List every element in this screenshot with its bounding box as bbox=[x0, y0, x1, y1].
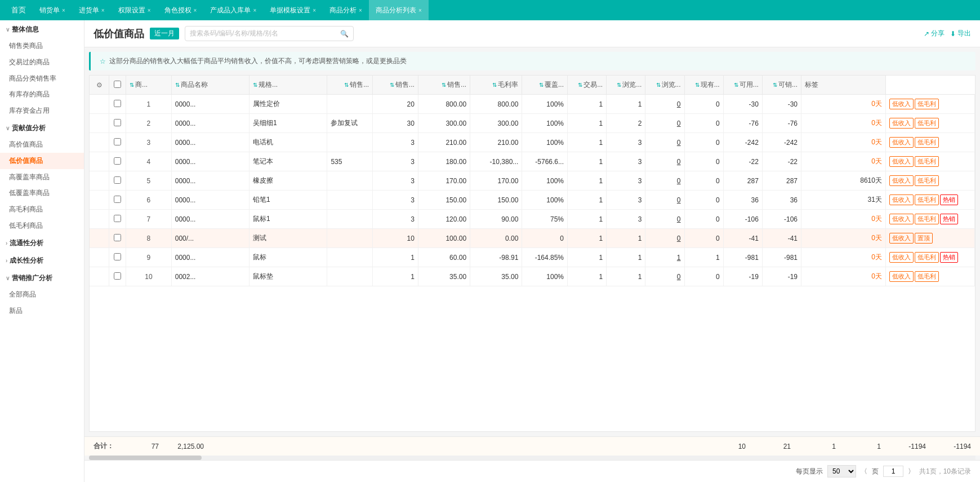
browse1-value[interactable]: 0 bbox=[677, 215, 681, 223]
sidebar-item-high-value[interactable]: 高价值商品 bbox=[0, 136, 84, 153]
select-all-checkbox[interactable] bbox=[114, 81, 121, 88]
nav-template[interactable]: 单据模板设置 × bbox=[263, 0, 323, 20]
sidebar-item-sales-products[interactable]: 销售类商品 bbox=[0, 38, 84, 54]
date-filter[interactable]: 近一月 bbox=[150, 28, 179, 39]
row-gear[interactable] bbox=[90, 248, 109, 267]
row-checkbox[interactable] bbox=[114, 100, 121, 107]
row-checkbox-cell[interactable] bbox=[109, 152, 126, 171]
sidebar-item-low-margin[interactable]: 低毛利商品 bbox=[0, 218, 84, 234]
browse1-value[interactable]: 0 bbox=[677, 120, 681, 127]
nav-product-analysis[interactable]: 商品分析 × bbox=[323, 0, 369, 20]
row-gear[interactable] bbox=[90, 95, 109, 114]
browse1-value[interactable]: 0 bbox=[677, 196, 681, 204]
row-checkbox[interactable] bbox=[114, 196, 121, 203]
row-checkbox[interactable] bbox=[114, 272, 121, 280]
row-days: 31天 bbox=[801, 191, 886, 210]
browse1-value[interactable]: 0 bbox=[677, 139, 681, 147]
sidebar-item-traded[interactable]: 交易过的商品 bbox=[0, 54, 84, 70]
row-gear[interactable] bbox=[90, 133, 109, 152]
row-checkbox[interactable] bbox=[114, 215, 121, 222]
sidebar-group-overall[interactable]: ∨ 整体信息 bbox=[0, 20, 84, 38]
row-gear[interactable] bbox=[90, 152, 109, 171]
next-page-button[interactable]: 〉 bbox=[908, 467, 915, 476]
col-checkbox-all[interactable] bbox=[109, 76, 126, 95]
row-checkbox[interactable] bbox=[114, 138, 121, 145]
scrollbar-thumb[interactable] bbox=[89, 456, 202, 460]
page-word: 页 bbox=[872, 467, 879, 476]
sidebar-group-growth[interactable]: › 成长性分析 bbox=[0, 251, 84, 269]
row-checkbox[interactable] bbox=[114, 253, 121, 260]
nav-sales-order[interactable]: 销货单 × bbox=[33, 0, 72, 20]
row-gear[interactable] bbox=[90, 267, 109, 286]
row-checkbox-cell[interactable] bbox=[109, 171, 126, 191]
browse1-value[interactable]: 0 bbox=[677, 177, 681, 185]
row-checkbox-cell[interactable] bbox=[109, 95, 126, 114]
row-gear[interactable] bbox=[90, 171, 109, 191]
row-checkbox-cell[interactable] bbox=[109, 114, 126, 133]
row-gear[interactable] bbox=[90, 229, 109, 248]
sidebar-item-stocked[interactable]: 有库存的商品 bbox=[0, 86, 84, 103]
sidebar-item-high-margin[interactable]: 高毛利商品 bbox=[0, 201, 84, 218]
browse1-value[interactable]: 0 bbox=[677, 235, 681, 242]
sidebar-item-high-coverage[interactable]: 高覆盖率商品 bbox=[0, 169, 84, 185]
row-browse2: 0 bbox=[684, 133, 723, 152]
row-sale-cost: 170.00 bbox=[470, 171, 522, 191]
nav-product-list[interactable]: 商品分析列表 × bbox=[369, 0, 429, 20]
col-gear[interactable]: ⚙ bbox=[90, 76, 109, 95]
row-checkbox-cell[interactable] bbox=[109, 229, 126, 248]
page-input[interactable] bbox=[883, 466, 903, 477]
row-checkbox-cell[interactable] bbox=[109, 133, 126, 152]
nav-purchase-order[interactable]: 进货单 × bbox=[72, 0, 112, 20]
nav-roles[interactable]: 角色授权 × bbox=[158, 0, 204, 20]
row-gear[interactable] bbox=[90, 191, 109, 210]
row-checkbox[interactable] bbox=[114, 119, 121, 126]
col-code-header: ⇅商... bbox=[126, 76, 172, 95]
prev-page-button[interactable]: 〈 bbox=[861, 467, 867, 476]
sidebar-group-marketing[interactable]: ∨ 营销推广分析 bbox=[0, 269, 84, 286]
sidebar-item-stock-capital[interactable]: 库存资金占用 bbox=[0, 103, 84, 119]
nav-close-purchase[interactable]: × bbox=[101, 7, 105, 14]
browse1-value[interactable]: 0 bbox=[677, 273, 681, 281]
row-name: 电话机 bbox=[250, 133, 327, 152]
scrollbar-track[interactable] bbox=[89, 456, 975, 460]
nav-close-list[interactable]: × bbox=[418, 7, 422, 14]
row-checkbox-cell[interactable] bbox=[109, 191, 126, 210]
row-checkbox[interactable] bbox=[114, 176, 121, 184]
row-checkbox-cell[interactable] bbox=[109, 267, 126, 286]
nav-close-sales[interactable]: × bbox=[62, 7, 65, 14]
nav-close-roles[interactable]: × bbox=[194, 7, 197, 14]
row-trade: 1 bbox=[607, 267, 645, 286]
per-page-select[interactable]: 50 100 200 bbox=[827, 465, 856, 477]
export-button[interactable]: ⬇ 导出 bbox=[950, 29, 971, 38]
share-button[interactable]: ↗ 分享 bbox=[924, 29, 945, 38]
sidebar-group-contribution[interactable]: ∨ 贡献值分析 bbox=[0, 119, 84, 136]
row-cover: 1 bbox=[568, 152, 607, 171]
nav-close-template[interactable]: × bbox=[313, 7, 316, 14]
row-gear[interactable] bbox=[90, 114, 109, 133]
browse1-value[interactable]: 1 bbox=[677, 254, 681, 262]
row-code: 0000... bbox=[171, 133, 249, 152]
nav-close-production[interactable]: × bbox=[253, 7, 256, 14]
row-browse1: 0 bbox=[645, 210, 684, 229]
row-checkbox[interactable] bbox=[114, 157, 121, 165]
search-box[interactable]: 搜索条码/编码/名称/规格/别名 🔍 bbox=[185, 26, 354, 41]
nav-production[interactable]: 产成品入库单 × bbox=[203, 0, 263, 20]
sidebar-group-circulation[interactable]: › 流通性分析 bbox=[0, 234, 84, 251]
row-gear[interactable] bbox=[90, 210, 109, 229]
row-checkbox[interactable] bbox=[114, 234, 121, 241]
row-checkbox-cell[interactable] bbox=[109, 210, 126, 229]
sidebar-item-low-value[interactable]: 低价值商品 bbox=[0, 153, 84, 169]
nav-close-product[interactable]: × bbox=[359, 7, 362, 14]
row-checkbox-cell[interactable] bbox=[109, 248, 126, 267]
sidebar-item-new-products[interactable]: 新品 bbox=[0, 303, 84, 319]
nav-close-permissions[interactable]: × bbox=[148, 7, 151, 14]
sidebar-item-low-coverage[interactable]: 低覆盖率商品 bbox=[0, 185, 84, 201]
search-icon[interactable]: 🔍 bbox=[340, 30, 349, 38]
row-number: 4 bbox=[126, 152, 172, 171]
nav-permissions[interactable]: 权限设置 × bbox=[112, 0, 158, 20]
sidebar-item-category-rate[interactable]: 商品分类销售率 bbox=[0, 70, 84, 87]
browse1-value[interactable]: 0 bbox=[677, 158, 681, 166]
sidebar-item-all-products[interactable]: 全部商品 bbox=[0, 286, 84, 303]
browse1-value[interactable]: 0 bbox=[677, 100, 681, 108]
nav-home[interactable]: 首页 bbox=[5, 0, 33, 20]
